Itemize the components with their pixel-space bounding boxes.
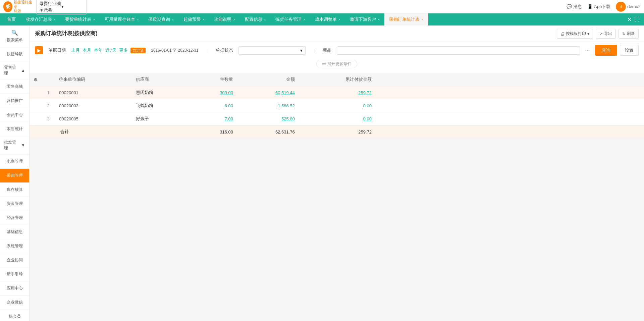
tab-gongneng[interactable]: 功能说明 × xyxy=(209,13,240,25)
row-qty[interactable]: 7.00 xyxy=(189,112,237,125)
export-icon: ↗ xyxy=(599,32,603,36)
row-qty[interactable]: 303.00 xyxy=(189,86,237,99)
table-row[interactable]: 3 00020005 好孩子 7.00 525.80 0.00 xyxy=(30,112,644,125)
export-button[interactable]: ↗ 导出 xyxy=(596,29,616,39)
sidebar-item-basic-info[interactable]: 基础信息 xyxy=(0,225,29,239)
tab-chengben-label: 成本调整单 xyxy=(315,16,337,22)
sidebar-item-purchase-mgmt[interactable]: 采购管理 xyxy=(0,169,29,183)
tab-chaochuyujing-close[interactable]: × xyxy=(203,17,205,21)
sidebar-item-new-guide[interactable]: 新手引导 xyxy=(0,267,29,281)
tab-caigou-close[interactable]: × xyxy=(421,17,423,21)
tab-caigou-active[interactable]: 采购订单统计表 × xyxy=(384,13,428,25)
sidebar-item-enterprise-wechat[interactable]: 企业微信 xyxy=(0,296,29,310)
sidebar-item-enterprise[interactable]: 企业协同 xyxy=(0,253,29,267)
tab-yaoqing-close[interactable]: × xyxy=(378,17,380,21)
filter-toggle-button[interactable]: ▶ xyxy=(35,46,43,54)
sidebar-item-search[interactable]: 🔍 搜索菜单 xyxy=(0,25,29,47)
table-row[interactable]: 2 00020002 飞鹤奶粉 6.00 1,586.52 0.00 xyxy=(30,99,644,112)
sidebar-item-system[interactable]: 系统管理 xyxy=(0,239,29,253)
row-amount[interactable]: 525.80 xyxy=(237,112,299,125)
row-amount[interactable]: 60,519.44 xyxy=(237,86,299,99)
row-amount[interactable]: 1,586.52 xyxy=(237,99,299,112)
sidebar-item-finance[interactable]: 资金管理 xyxy=(0,197,29,211)
tab-shoufacun[interactable]: 收发存汇总表 × xyxy=(21,13,60,25)
tab-keyongliang[interactable]: 可用量库存账本 × xyxy=(100,13,144,25)
template-print-chevron-icon: ▾ xyxy=(587,32,589,36)
sidebar-item-member-center[interactable]: 会员中心 xyxy=(0,108,29,122)
row-settings-cell xyxy=(30,112,42,125)
row-index: 3 xyxy=(42,112,55,125)
sidebar-item-retail-stat[interactable]: 零售统计 xyxy=(0,122,29,136)
tab-shoufacun-label: 收发存汇总表 xyxy=(26,16,52,22)
tab-gongneng-close[interactable]: × xyxy=(233,17,235,21)
refresh-label: 刷新 xyxy=(627,31,635,37)
sidebar-item-retail-shop[interactable]: 零售商城 xyxy=(0,80,29,94)
tab-chengben[interactable]: 成本调整单 × xyxy=(310,13,345,25)
sidebar-item-retail-mgmt[interactable]: 零售管理 ▲ xyxy=(0,61,29,80)
row-paid[interactable]: 0.00 xyxy=(299,99,376,112)
total-label: 合计 xyxy=(55,125,189,139)
tab-chengben-close[interactable]: × xyxy=(338,17,340,21)
date-shortcut-more[interactable]: 更多 xyxy=(119,47,128,53)
tab-peizhi-close[interactable]: × xyxy=(264,17,266,21)
sidebar-item-ecommerce[interactable]: 电商管理 xyxy=(0,155,29,169)
message-btn[interactable]: 💬 消息 xyxy=(567,4,582,10)
tab-baozhiqi[interactable]: 保质期查询 × xyxy=(144,13,178,25)
refresh-icon: ↻ xyxy=(622,32,626,36)
app-download-icon: 📱 xyxy=(587,4,593,9)
status-label: 单据状态 xyxy=(216,47,233,53)
sidebar-item-app-center[interactable]: 应用中心 xyxy=(0,281,29,296)
tab-shoufacun-close[interactable]: × xyxy=(54,17,56,21)
sidebar-item-batch-mgmt[interactable]: 批发管理 ▼ xyxy=(0,136,29,155)
row-paid[interactable]: 259.72 xyxy=(299,86,376,99)
query-button[interactable]: 查询 xyxy=(595,45,617,56)
expand-more-button[interactable]: ▿▿ 展开更多条件 xyxy=(316,60,357,68)
workspace-selector[interactable]: 母婴行业演示账套 ▾ xyxy=(36,0,87,14)
sidebar-ecommerce-label: 电商管理 xyxy=(7,159,23,164)
date-shortcut-7days[interactable]: 近7天 xyxy=(105,47,116,53)
tab-jianhuo-label: 拣货任务管理 xyxy=(275,16,302,22)
col-index-header xyxy=(42,73,55,86)
app-download-btn[interactable]: 📱 App下载 xyxy=(587,4,610,10)
tab-peizhi[interactable]: 配置信息 × xyxy=(240,13,271,25)
col-settings[interactable]: ⚙ xyxy=(30,73,42,86)
template-print-button[interactable]: 🖨 按模板打印 ▾ xyxy=(557,29,593,39)
sidebar-item-operations[interactable]: 经营管理 xyxy=(0,211,29,225)
tab-keyongliang-close[interactable]: × xyxy=(137,17,139,21)
table-header-row: ⚙ 往来单位编码 供应商 主数量 金额 累计付款金额 xyxy=(30,73,644,86)
tab-yaoqing[interactable]: 邀请下游客户 × xyxy=(345,13,384,25)
user-avatar-area[interactable]: d demo2 xyxy=(616,2,641,12)
tabs-close-icon[interactable]: ✕ xyxy=(627,16,632,23)
settings-button[interactable]: 设置 xyxy=(620,45,639,56)
filter-area: ▶ 单据日期 上月 本月 本年 近7天 更多 自定义 2016-01-01 至 … xyxy=(30,42,644,73)
col-supplier-header: 供应商 xyxy=(132,73,189,86)
row-qty[interactable]: 6.00 xyxy=(189,99,237,112)
tabs-expand-icon[interactable]: ⛶ xyxy=(634,16,640,22)
tab-baozhiqi-close[interactable]: × xyxy=(172,17,174,21)
goods-input[interactable] xyxy=(337,46,580,55)
goods-more-icon[interactable]: ··· xyxy=(585,47,590,53)
date-shortcut-last-month[interactable]: 上月 xyxy=(71,47,80,53)
tab-caigou-label: 采购订单统计表 xyxy=(389,16,420,22)
user-name-label: demo2 xyxy=(627,4,641,9)
sidebar-item-member[interactable]: 畅会员 xyxy=(0,310,29,321)
total-amount: 62,631.76 xyxy=(237,125,299,139)
tab-jianhuo-close[interactable]: × xyxy=(303,17,305,21)
tab-chaochuyujing[interactable]: 超储预警 × xyxy=(179,13,209,25)
user-avatar: d xyxy=(616,2,626,12)
tab-home[interactable]: 首页 xyxy=(2,13,21,25)
status-select[interactable]: ▾ xyxy=(238,46,306,55)
row-paid[interactable]: 0.00 xyxy=(299,112,376,125)
sidebar-item-marketing[interactable]: 营销推广 xyxy=(0,94,29,108)
date-shortcut-this-year[interactable]: 本年 xyxy=(94,47,103,53)
tab-jianhuo[interactable]: 拣货任务管理 × xyxy=(271,13,310,25)
date-custom-badge[interactable]: 自定义 xyxy=(130,48,146,53)
page-title: 采购订单统计表(按供应商) xyxy=(35,30,98,37)
date-shortcut-this-month[interactable]: 本月 xyxy=(83,47,91,53)
sidebar-item-inventory[interactable]: 库存核算 xyxy=(0,183,29,197)
refresh-button[interactable]: ↻ 刷新 xyxy=(619,29,639,39)
table-row[interactable]: 1 00020001 惠氏奶粉 303.00 60,519.44 259.72 xyxy=(30,86,644,99)
sidebar-item-quick-nav[interactable]: 快捷导航 xyxy=(0,47,29,61)
tab-yaohuo[interactable]: 要货单统计表 × xyxy=(60,13,100,25)
tab-yaohuo-close[interactable]: × xyxy=(93,17,95,21)
